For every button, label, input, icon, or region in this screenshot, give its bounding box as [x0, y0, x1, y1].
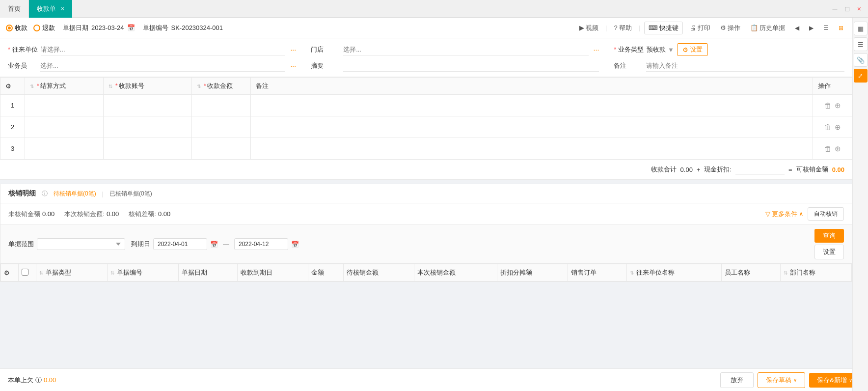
bottom-settings-icon[interactable]: ⚙: [4, 269, 10, 277]
date-separator: —: [223, 241, 229, 248]
table-row: 2 🗑 ⊕: [0, 116, 852, 138]
col-header-settings[interactable]: ⚙: [0, 78, 25, 95]
staff-more-icon[interactable]: ···: [290, 62, 296, 70]
verify-tab-separator: |: [102, 190, 104, 197]
tab-close-icon[interactable]: ×: [61, 5, 64, 12]
table-section: ⚙ ⇅ 结算方式 ⇅ 收款账号 ⇅ 收款金额 备注: [0, 77, 852, 160]
stat-info-icon[interactable]: ⓘ: [35, 376, 42, 385]
row-account-3[interactable]: [104, 138, 192, 160]
minimize-button[interactable]: ─: [829, 3, 840, 15]
row-account-2[interactable]: [104, 116, 192, 138]
partner-more-icon[interactable]: ···: [290, 46, 296, 54]
row-settle-2[interactable]: [25, 116, 104, 138]
net-value: 0.00: [832, 166, 844, 173]
toolbar-actions: ▶ 视频 | ? 帮助 | ⌨ 快捷键 🖨 打印 ⚙ 操作 📋: [576, 22, 846, 34]
business-type-select[interactable]: 预收款 ▼: [647, 45, 674, 54]
sidebar-expand-button[interactable]: ⤢: [854, 69, 868, 83]
row-account-1[interactable]: [104, 95, 192, 116]
row-delete-3[interactable]: 🗑: [824, 144, 832, 153]
store-input[interactable]: [343, 44, 588, 56]
number-label: 单据编号: [143, 24, 168, 32]
query-button[interactable]: 查询: [814, 229, 844, 243]
date-value[interactable]: 2023-03-24: [91, 24, 124, 31]
maximize-button[interactable]: □: [842, 3, 852, 15]
current-verify-label: 本次核销金额:: [64, 210, 105, 219]
discount-input[interactable]: [735, 165, 785, 174]
business-type-arrow: ▼: [668, 46, 674, 54]
date-from-input[interactable]: [153, 238, 207, 250]
business-type-value: 预收款: [647, 45, 666, 54]
calendar-from-icon[interactable]: 📅: [210, 241, 218, 248]
history-button[interactable]: 📋 历史单据: [747, 23, 788, 33]
row-amount-1[interactable]: [192, 95, 251, 116]
shortcut-button[interactable]: ⌨ 快捷键: [644, 22, 683, 34]
sidebar-table-button[interactable]: ▦: [854, 22, 868, 35]
discard-button[interactable]: 放弃: [720, 372, 754, 388]
unverified-stat: 未核销金额 0.00: [8, 210, 54, 219]
calendar-icon[interactable]: 📅: [127, 24, 135, 31]
row-delete-1[interactable]: 🗑: [824, 101, 832, 110]
row-amount-2[interactable]: [192, 116, 251, 138]
nav-prev-button[interactable]: ◀: [792, 24, 802, 32]
tab-current[interactable]: 收款单 ×: [29, 0, 72, 18]
radio-receive-label: 收款: [15, 24, 27, 32]
auto-verify-button[interactable]: 自动核销: [808, 207, 844, 221]
verify-pending-tab[interactable]: 待核销单据(0笔): [54, 190, 96, 198]
row-copy-1[interactable]: ⊕: [835, 101, 841, 110]
close-button[interactable]: ×: [854, 3, 864, 15]
view-grid-button[interactable]: ⊞: [836, 24, 846, 32]
sidebar-list-button[interactable]: ☰: [854, 37, 868, 51]
partner-input[interactable]: [41, 44, 286, 56]
verify-done-tab[interactable]: 已核销单据(0笔): [109, 190, 152, 198]
calendar-to-icon[interactable]: 📅: [291, 241, 299, 248]
draft-dropdown-icon[interactable]: ∨: [793, 377, 797, 383]
date-to-input[interactable]: [234, 238, 288, 250]
bottom-col-number: ⇅ 单据编号: [107, 264, 178, 281]
staff-input[interactable]: [40, 60, 285, 72]
toolbar: 收款 退款 单据日期 2023-03-24 📅 单据编号 SK-20230324…: [0, 18, 852, 38]
view-list-button[interactable]: ☰: [820, 24, 832, 32]
row-delete-2[interactable]: 🗑: [824, 123, 832, 131]
bottom-col-settings[interactable]: ⚙: [1, 264, 19, 281]
more-conditions-button[interactable]: ▽ 更多条件 ∧: [765, 210, 804, 219]
radio-refund-dot: [33, 25, 40, 31]
row-copy-3[interactable]: ⊕: [835, 144, 841, 153]
row-note-2[interactable]: [251, 116, 813, 138]
filter-settings-button[interactable]: 设置: [814, 245, 844, 259]
diff-label: 核销差额:: [129, 210, 156, 219]
radio-refund[interactable]: 退款: [33, 24, 55, 32]
sidebar-attachment-button[interactable]: 📎: [854, 53, 868, 67]
bottom-col-due-date: 收款到期日: [237, 264, 308, 281]
row-settle-1[interactable]: [25, 95, 104, 116]
verify-info-icon[interactable]: ⓘ: [42, 190, 48, 198]
store-more-icon[interactable]: ···: [594, 46, 599, 54]
expand-icon: ⤢: [858, 72, 863, 80]
remark-field-group: 备注: [614, 60, 844, 72]
save-draft-button[interactable]: 保存草稿 ∨: [758, 372, 805, 388]
print-button[interactable]: 🖨 打印: [687, 23, 713, 33]
row-amount-3[interactable]: [192, 138, 251, 160]
bottom-col-checkbox[interactable]: [19, 264, 36, 281]
tab-home[interactable]: 首页: [0, 0, 29, 18]
help-button[interactable]: ? 帮助: [611, 23, 634, 33]
number-value: SK-20230324-001: [171, 24, 223, 31]
row-note-3[interactable]: [251, 138, 813, 160]
row-note-1[interactable]: [251, 95, 813, 116]
select-all-checkbox[interactable]: [22, 269, 28, 276]
save-dropdown-icon[interactable]: ∨: [849, 377, 852, 383]
table-row: 1 🗑 ⊕: [0, 95, 852, 116]
row-copy-2[interactable]: ⊕: [835, 123, 841, 132]
memo-input[interactable]: [343, 60, 599, 72]
range-select[interactable]: [37, 238, 125, 250]
row-settle-3[interactable]: [25, 138, 104, 160]
sort-icon-settle: ⇅: [30, 84, 34, 89]
video-button[interactable]: ▶ 视频: [576, 23, 601, 33]
date-from-wrap: 📅: [153, 238, 218, 250]
operation-button[interactable]: ⚙ 操作: [717, 23, 743, 33]
table-settings-icon[interactable]: ⚙: [5, 83, 11, 90]
settings-button[interactable]: ⚙ 设置: [677, 43, 708, 56]
nav-next-button[interactable]: ▶: [806, 24, 816, 32]
remark-input[interactable]: [646, 60, 844, 72]
bottom-col-staff: 员工名称: [721, 264, 780, 281]
radio-receive[interactable]: 收款: [6, 24, 27, 32]
